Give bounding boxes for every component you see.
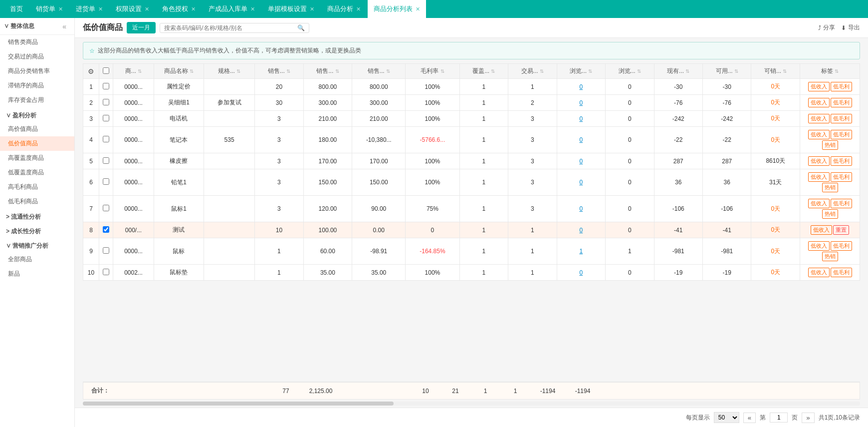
nav-permission[interactable]: 权限设置 ✕: [110, 0, 155, 18]
first-page-btn[interactable]: «: [743, 413, 756, 423]
tag-label: 低毛利: [831, 268, 852, 277]
cell-checkbox[interactable]: [99, 127, 113, 153]
sidebar-group-profit[interactable]: ∨ 盈利分析: [0, 107, 74, 122]
page-size-select[interactable]: 50 100: [714, 412, 739, 423]
filter-recent-month[interactable]: 近一月: [127, 22, 156, 33]
sidebar-group-overall[interactable]: ∨ 整体信息: [4, 20, 34, 32]
share-button[interactable]: ⤴ 分享: [818, 23, 835, 32]
sidebar-item-low-margin[interactable]: 低毛利商品: [0, 194, 74, 209]
browse-link[interactable]: 0: [579, 269, 583, 276]
sidebar-group-flow[interactable]: > 流通性分析: [0, 209, 74, 223]
cell-checkbox[interactable]: [99, 196, 113, 222]
row-checkbox[interactable]: [103, 205, 109, 211]
nav-product-analysis[interactable]: 商品分析 ✕: [321, 0, 367, 18]
sidebar-item-all[interactable]: 全部商品: [0, 252, 74, 267]
sidebar-item-low-value[interactable]: 低价值商品: [0, 136, 74, 151]
browse-link[interactable]: 0: [579, 158, 583, 165]
row-checkbox[interactable]: [103, 83, 109, 89]
cell-checkbox[interactable]: [99, 79, 113, 95]
row-checkbox[interactable]: [103, 178, 109, 185]
close-icon[interactable]: ✕: [416, 6, 420, 12]
col-gear[interactable]: ⚙: [83, 64, 99, 79]
cell-checkbox[interactable]: [99, 222, 113, 238]
sidebar-item-category-rate[interactable]: 商品分类销售率: [0, 64, 74, 78]
close-icon[interactable]: ✕: [98, 6, 103, 12]
cell-browse1[interactable]: 1: [557, 238, 605, 265]
nav-role[interactable]: 角色授权 ✕: [156, 0, 202, 18]
cell-checkbox[interactable]: [99, 169, 113, 196]
nav-product-in[interactable]: 产成品入库单 ✕: [203, 0, 261, 18]
table-row: 5 0000... 橡皮擦 3 170.00 170.00 100% 1 3 0…: [83, 153, 860, 169]
cell-browse2: 0: [606, 169, 654, 196]
nav-purchase[interactable]: 进货单 ✕: [70, 0, 109, 18]
cell-browse1[interactable]: 0: [557, 127, 605, 153]
sidebar-item-high-margin[interactable]: 高毛利商品: [0, 180, 74, 194]
next-page-btn[interactable]: »: [802, 413, 814, 423]
close-icon[interactable]: ✕: [191, 6, 196, 12]
sidebar-item-slow[interactable]: 滞销序的商品: [0, 78, 74, 93]
close-icon[interactable]: ✕: [145, 6, 149, 12]
sidebar-item-new[interactable]: 新品: [0, 267, 74, 281]
tag-label: 低收入: [808, 172, 830, 182]
export-button[interactable]: ⬇ 导出: [841, 23, 860, 32]
sidebar-item-inventory[interactable]: 库存资金占用: [0, 93, 74, 107]
search-input[interactable]: [164, 24, 295, 31]
nav-sales[interactable]: 销货单 ✕: [30, 0, 69, 18]
browse-link[interactable]: 0: [579, 205, 583, 212]
cell-browse1[interactable]: 0: [557, 111, 605, 127]
browse-link[interactable]: 0: [579, 136, 583, 143]
cell-checkbox[interactable]: [99, 265, 113, 281]
row-checkbox[interactable]: [103, 136, 109, 142]
browse-link[interactable]: 1: [579, 248, 583, 255]
cell-browse1[interactable]: 0: [557, 222, 605, 238]
row-checkbox[interactable]: [103, 115, 109, 121]
cell-checkbox[interactable]: [99, 95, 113, 111]
search-icon[interactable]: 🔍: [297, 24, 305, 31]
nav-product-analysis-list[interactable]: 商品分析列表 ✕: [368, 0, 426, 18]
close-icon[interactable]: ✕: [356, 6, 361, 12]
cell-browse1[interactable]: 0: [557, 153, 605, 169]
footer-price: 2,125.00: [301, 388, 341, 395]
nav-home[interactable]: 首页: [4, 0, 29, 18]
sidebar-collapse-btn[interactable]: «: [58, 20, 70, 32]
sidebar-group-marketing[interactable]: ∨ 营销推广分析: [0, 238, 74, 252]
cell-browse1[interactable]: 0: [557, 265, 605, 281]
sidebar-item-high-value[interactable]: 高价值商品: [0, 122, 74, 136]
page-number-input[interactable]: [770, 413, 788, 423]
cell-browse1[interactable]: 0: [557, 169, 605, 196]
sidebar-item-sales-goods[interactable]: 销售类商品: [0, 35, 74, 49]
sidebar-group-growth[interactable]: > 成长性分析: [0, 223, 74, 238]
close-icon[interactable]: ✕: [310, 6, 314, 12]
tag-label: 热销: [822, 252, 838, 261]
browse-link[interactable]: 0: [579, 99, 583, 106]
cell-browse1[interactable]: 0: [557, 196, 605, 222]
row-checkbox[interactable]: [103, 99, 109, 105]
cell-checkbox[interactable]: [99, 111, 113, 127]
row-checkbox[interactable]: [103, 157, 109, 164]
row-checkbox[interactable]: [103, 269, 109, 275]
sidebar-item-traded[interactable]: 交易过的商品: [0, 49, 74, 64]
sidebar-item-low-coverage[interactable]: 低覆盖度商品: [0, 165, 74, 180]
cell-checkbox[interactable]: [99, 153, 113, 169]
cell-available: 36: [703, 169, 751, 196]
table-row: 9 0000... 鼠标 1 60.00 -98.91 -164.85% 1 1…: [83, 238, 860, 265]
cell-spec: [204, 169, 254, 196]
browse-link[interactable]: 0: [579, 115, 583, 122]
row-checkbox[interactable]: [103, 247, 109, 254]
cell-qty: 1: [255, 265, 303, 281]
horizontal-scrollbar[interactable]: [83, 402, 860, 406]
sidebar-item-high-coverage[interactable]: 高覆盖度商品: [0, 151, 74, 165]
close-icon[interactable]: ✕: [58, 6, 63, 12]
browse-link[interactable]: 0: [579, 83, 583, 90]
nav-template[interactable]: 单据模板设置 ✕: [262, 0, 320, 18]
col-checkbox-all[interactable]: [99, 64, 113, 79]
close-icon[interactable]: ✕: [250, 6, 255, 12]
select-all-checkbox[interactable]: [103, 67, 109, 74]
browse-link[interactable]: 0: [579, 227, 583, 234]
row-checkbox[interactable]: [103, 226, 109, 233]
cell-browse1[interactable]: 0: [557, 95, 605, 111]
browse-link[interactable]: 0: [579, 179, 583, 186]
cell-checkbox[interactable]: [99, 238, 113, 265]
cell-browse1[interactable]: 0: [557, 79, 605, 95]
scrollbar-thumb[interactable]: [83, 402, 394, 406]
